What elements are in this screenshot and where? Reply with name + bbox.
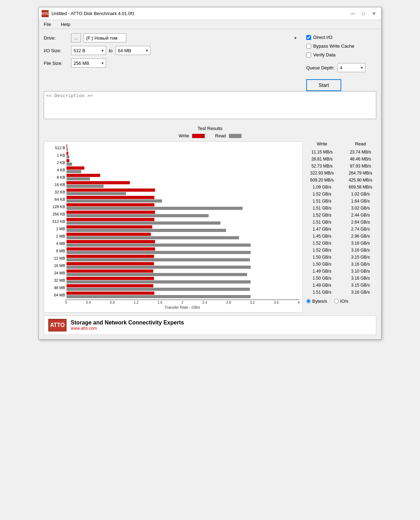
direct-io-checkbox-row[interactable]: Direct I/O	[306, 35, 376, 40]
data-read-val: 2.96 GB/s	[345, 234, 376, 239]
data-read-val: 3.16 GB/s	[345, 276, 376, 281]
menu-help[interactable]: Help	[59, 21, 72, 28]
title-bar: ATTO Untitled - ATTO Disk Benchmark 4.01…	[39, 7, 381, 20]
description-textarea[interactable]	[44, 91, 376, 119]
data-table-row: 1.52 GB/s 2.44 GB/s	[306, 212, 376, 219]
data-write-val: 322.93 MB/s	[306, 171, 338, 176]
x-tick: 1.6	[158, 301, 162, 305]
row-label: 512 B	[47, 146, 65, 150]
data-table-row: 1.51 GB/s 3.16 GB/s	[306, 289, 376, 296]
data-write-val: 1.52 GB/s	[306, 213, 338, 218]
row-label: 4 MB	[47, 241, 65, 246]
close-button[interactable]: ✕	[369, 10, 378, 18]
chart-row: 32 MB	[47, 277, 300, 283]
x-tick: 2.4	[202, 301, 207, 305]
data-read-val: 264.79 MB/s	[345, 171, 376, 176]
direct-io-checkbox[interactable]	[306, 35, 311, 40]
left-settings: Drive: ... (F:) Новый том I/O Size: 512 …	[44, 33, 299, 91]
data-read-header: Read	[345, 141, 376, 146]
verify-data-checkbox-row[interactable]: Verify Data	[306, 52, 376, 57]
chart-row: 128 KB	[47, 203, 300, 210]
io-size-from-select[interactable]: 512 B	[71, 46, 106, 55]
menu-bar: File Help	[39, 20, 381, 29]
data-table-row: 52.73 MB/s 97.93 MB/s	[306, 163, 376, 170]
start-button[interactable]: Start	[306, 79, 341, 91]
verify-data-checkbox[interactable]	[306, 53, 311, 57]
io-from-wrapper: 512 B	[71, 46, 106, 55]
minimize-button[interactable]: —	[348, 10, 357, 18]
chart-row: 64 MB	[47, 292, 300, 298]
menu-file[interactable]: File	[42, 21, 53, 28]
io-size-to-select[interactable]: 64 MB	[115, 46, 150, 55]
drive-row: Drive: ... (F:) Новый том	[44, 33, 299, 42]
main-window: ATTO Untitled - ATTO Disk Benchmark 4.01…	[38, 7, 382, 340]
data-write-val: 1.49 GB/s	[306, 283, 338, 288]
data-table-row: 11.15 MB/s 23.74 MB/s	[306, 149, 376, 156]
x-tick: 4	[298, 301, 300, 305]
x-tick: 1.2	[134, 301, 139, 305]
chart-row: 512 KB	[47, 218, 300, 225]
bar-write	[66, 218, 154, 221]
bar-read	[66, 163, 72, 166]
drive-select-wrapper: (F:) Новый том	[84, 33, 299, 42]
x-tick: 0	[65, 301, 67, 305]
right-checkboxes: Direct I/O Bypass Write Cache Verify Dat…	[306, 33, 376, 91]
data-read-val: 3.10 GB/s	[345, 269, 376, 274]
data-table-row: 1.09 GB/s 669.58 MB/s	[306, 184, 376, 191]
drive-select[interactable]: (F:) Новый том	[84, 33, 126, 42]
row-label: 8 MB	[47, 249, 65, 253]
bypass-write-cache-checkbox[interactable]	[306, 44, 311, 49]
data-write-val: 28.81 MB/s	[306, 157, 338, 162]
bar-container	[66, 144, 300, 151]
verify-data-label: Verify Data	[313, 52, 336, 57]
bar-read	[66, 207, 243, 210]
data-read-val: 1.02 GB/s	[345, 192, 376, 197]
bar-read	[66, 280, 251, 283]
data-table-row: 1.49 GB/s 3.10 GB/s	[306, 268, 376, 275]
row-label: 256 KB	[47, 212, 65, 216]
io-label: IO/s	[340, 299, 349, 304]
io-radio[interactable]	[334, 299, 339, 303]
bypass-write-cache-checkbox-row[interactable]: Bypass Write Cache	[306, 43, 376, 49]
x-tick: 0.4	[86, 301, 91, 305]
legend-write-bar	[192, 134, 205, 138]
queue-depth-select[interactable]: 4	[337, 63, 365, 72]
bar-read	[66, 273, 247, 276]
direct-io-label: Direct I/O	[313, 35, 332, 40]
chart-row: 4 KB	[47, 166, 300, 173]
row-label: 32 KB	[47, 190, 65, 194]
data-write-val: 1.51 GB/s	[306, 290, 338, 295]
data-table-row: 1.49 GB/s 3.15 GB/s	[306, 282, 376, 289]
x-tick: 2	[181, 301, 183, 305]
maximize-button[interactable]: □	[359, 10, 368, 18]
bar-write	[66, 269, 153, 273]
atto-logo: ATTO	[48, 319, 66, 331]
data-table: Write Read 11.15 MB/s 23.74 MB/s 28.81 M…	[303, 141, 376, 313]
browse-button[interactable]: ...	[71, 33, 81, 42]
bytes-radio-label[interactable]: Bytes/s	[306, 299, 327, 304]
legend-read-label: Read	[215, 133, 226, 138]
io-size-row: I/O Size: 512 B to 64 MB	[44, 46, 299, 55]
x-tick: 0.8	[110, 301, 115, 305]
bar-write	[66, 233, 151, 236]
atto-banner: ATTO Storage and Network Connectivity Ex…	[44, 315, 376, 335]
chart-row: 16 MB	[47, 262, 300, 269]
bar-container	[66, 240, 300, 247]
data-read-val: 2.44 GB/s	[345, 213, 376, 218]
row-label: 32 MB	[47, 278, 65, 282]
bar-write	[66, 196, 154, 199]
io-to-wrapper: 64 MB	[115, 46, 150, 55]
data-read-val: 2.74 GB/s	[345, 227, 376, 232]
file-size-select[interactable]: 256 MB	[71, 59, 106, 68]
bar-read	[66, 251, 251, 254]
chart-row: 4 MB	[47, 240, 300, 247]
bar-read	[66, 155, 69, 158]
legend-write: Write	[178, 133, 204, 138]
chart-row: 64 KB	[47, 196, 300, 203]
row-label: 1 KB	[47, 153, 65, 157]
io-radio-label[interactable]: IO/s	[334, 299, 349, 304]
x-axis-label: Transfer Rate - GB/s	[65, 305, 300, 309]
data-write-val: 1.51 GB/s	[306, 220, 338, 225]
bytes-radio[interactable]	[306, 299, 311, 303]
data-write-val: 1.52 GB/s	[306, 248, 338, 253]
